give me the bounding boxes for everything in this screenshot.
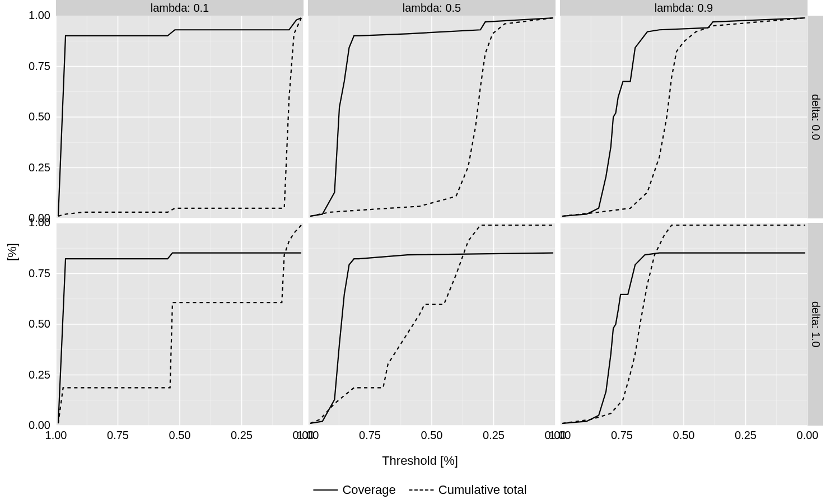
x-tick-label: 0.00 <box>794 429 822 442</box>
y-tick-label: 1.00 <box>17 9 50 22</box>
legend-item-cumulative: Cumulative total <box>409 483 527 497</box>
x-tick-label: 0.75 <box>104 429 132 442</box>
panel <box>56 223 304 426</box>
legend: Coverage Cumulative total <box>313 483 526 497</box>
facet-col-strip: lambda: 0.5 <box>308 0 556 16</box>
x-tick-label: 1.00 <box>546 429 574 442</box>
facet-row-strip: delta: 1.0 <box>808 223 823 426</box>
x-tick-label: 0.75 <box>356 429 384 442</box>
legend-label: Cumulative total <box>438 483 527 497</box>
y-tick-label: 0.50 <box>17 318 50 330</box>
legend-item-coverage: Coverage <box>313 483 395 497</box>
x-tick-label: 0.75 <box>608 429 636 442</box>
x-tick-label: 0.50 <box>418 429 446 442</box>
y-tick-label: 0.50 <box>17 110 50 123</box>
y-tick-label: 0.25 <box>17 161 50 174</box>
panel <box>308 223 556 426</box>
y-tick-label: 0.75 <box>17 267 50 280</box>
panel <box>308 16 556 218</box>
panel <box>560 16 808 218</box>
panel <box>560 223 808 426</box>
x-tick-label: 0.25 <box>480 429 508 442</box>
y-tick-label: 1.00 <box>17 216 50 229</box>
y-tick-label: 0.75 <box>17 60 50 73</box>
plot-area: lambda: 0.1lambda: 0.5lambda: 0.9delta: … <box>56 0 823 448</box>
y-tick-label: 0.25 <box>17 368 50 381</box>
panel <box>56 16 304 218</box>
legend-label: Coverage <box>342 483 395 497</box>
x-axis-title: Threshold [%] <box>382 454 458 468</box>
x-tick-label: 1.00 <box>294 429 322 442</box>
x-tick-label: 0.50 <box>670 429 698 442</box>
x-tick-label: 0.25 <box>228 429 256 442</box>
facet-col-strip: lambda: 0.9 <box>560 0 808 16</box>
facet-col-strip: lambda: 0.1 <box>56 0 304 16</box>
figure: [%] Threshold [%] Coverage Cumulative to… <box>0 0 840 504</box>
facet-row-strip: delta: 0.0 <box>808 16 823 218</box>
y-axis-title: [%] <box>5 243 20 261</box>
x-tick-label: 0.25 <box>732 429 760 442</box>
dashed-line-icon <box>409 489 434 491</box>
x-tick-label: 0.50 <box>166 429 194 442</box>
x-tick-label: 1.00 <box>42 429 70 442</box>
line-icon <box>313 489 338 491</box>
